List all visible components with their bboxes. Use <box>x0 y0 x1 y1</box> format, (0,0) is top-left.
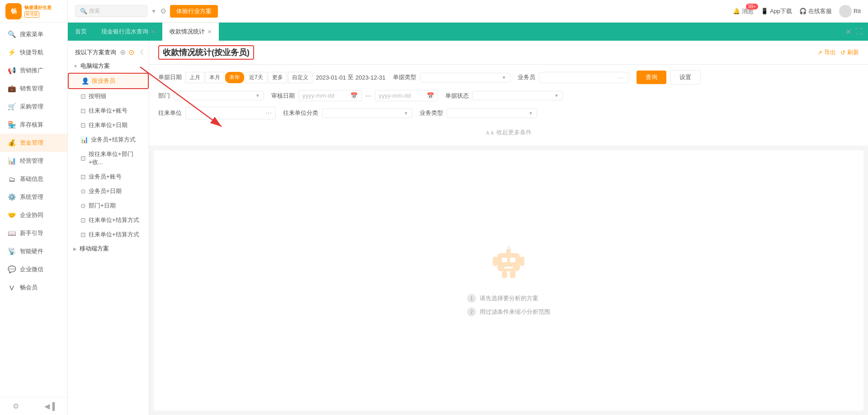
svg-rect-3 <box>504 267 513 269</box>
sidebar-item-corp[interactable]: 🤝 企业协同 <box>0 206 67 224</box>
sidebar-item-quick[interactable]: ⚡ 快捷导航 <box>0 43 67 61</box>
voucher-status-select[interactable]: ▼ <box>472 91 563 100</box>
audit-date-start[interactable]: yyyy-mm-dd 📅 <box>298 90 362 101</box>
sidebar-item-inventory[interactable]: 🏪 库存核算 <box>0 116 67 134</box>
guide-icon: 📖 <box>7 229 16 238</box>
supplier_settle2-icon: ⊡ <box>80 231 86 238</box>
window-close-btn[interactable]: ✕ <box>844 28 852 35</box>
collapse-panel-icon[interactable]: 《 <box>137 48 143 57</box>
tree-item-supplier_dept[interactable]: ⊡按往来单位+部门+收... <box>68 147 149 170</box>
tab-label-bank: 现金银行流水查询 <box>101 28 148 36</box>
date-end: 2023-12-31 <box>355 74 386 81</box>
tab-bank[interactable]: 现金银行流水查询✕ <box>94 23 162 41</box>
supplier_settle1-icon: ⊡ <box>80 217 86 224</box>
online-service-button[interactable]: 🎧 在线客服 <box>799 7 832 15</box>
partner-category-arrow: ▼ <box>404 111 408 116</box>
date-tab-last7[interactable]: 近7天 <box>245 72 267 83</box>
voucher-type-select[interactable]: ▼ <box>420 73 510 82</box>
date-tab-custom[interactable]: 自定义 <box>288 72 312 83</box>
salesperson-dots[interactable]: ··· <box>618 74 623 81</box>
tree-item-supplier_account[interactable]: ⊡往来单位+账号 <box>68 104 149 118</box>
sidebar-label-guide: 新手引导 <box>20 229 43 237</box>
window-max-btn[interactable]: ⛶ <box>855 28 863 35</box>
partner-select[interactable]: ··· <box>185 107 276 119</box>
app-download-button[interactable]: 📱 App下载 <box>761 7 792 15</box>
sidebar-item-finance[interactable]: 💰 资金管理 <box>0 134 67 152</box>
collapse-bar[interactable]: ∧∧ 收起更多条件 <box>158 125 859 140</box>
audit-cal-start-icon[interactable]: 📅 <box>350 92 358 99</box>
voucher-status-filter: 单据状态 ▼ <box>445 91 563 100</box>
partner-category-label: 往来单位分类 <box>283 109 318 117</box>
tree-item-salesperson_date[interactable]: ⊙业务员+日期 <box>68 184 149 198</box>
tree-item-label-supplier_settle2: 往来单位+结算方式 <box>89 231 139 239</box>
sidebar-item-member[interactable]: V 畅会员 <box>0 278 67 297</box>
empty-step-2: 2 用过滤条件来缩小分析范围 <box>467 307 550 316</box>
tree-item-supplier_settle2[interactable]: ⊡往来单位+结算方式 <box>68 227 149 242</box>
phone-icon: 📱 <box>761 8 768 14</box>
dept-select[interactable]: ▼ <box>174 91 264 100</box>
voucher-status-arrow: ▼ <box>554 93 559 98</box>
sidebar: 畅 畅捷通好生意 标准版 🔍 搜索菜单⚡ 快捷导航📢 营销推广💼 销售管理🛒 采… <box>0 0 68 415</box>
biz-type-filter: 业务类型 ▼ <box>420 108 537 118</box>
export-button[interactable]: ↗ 导出 <box>817 48 836 57</box>
trial-button[interactable]: 体验行业方案 <box>170 5 218 18</box>
tree-item-salesperson_account[interactable]: ⊡业务员+账号 <box>68 170 149 184</box>
salesperson-select[interactable]: ··· <box>539 72 629 83</box>
tree-item-salesperson_settle[interactable]: 📊业务员+结算方式 <box>68 132 149 147</box>
tree-item-label-dept_date: 部门+日期 <box>89 202 116 210</box>
topbar-search-box[interactable]: 🔍 搜索 <box>75 5 147 17</box>
mobile-section-header[interactable]: ▶ 移动端方案 <box>68 242 149 255</box>
tab-close-receipt[interactable]: ✕ <box>208 29 212 35</box>
audit-cal-end-icon[interactable]: 📅 <box>427 92 434 99</box>
sidebar-label-sales: 销售管理 <box>20 85 43 93</box>
sidebar-item-purchase[interactable]: 🛒 采购管理 <box>0 98 67 116</box>
tree-item-by_salesperson[interactable]: 👤按业务员 <box>68 73 149 89</box>
sidebar-menu: 🔍 搜索菜单⚡ 快捷导航📢 营销推广💼 销售管理🛒 采购管理🏪 库存核算💰 资金… <box>0 23 67 397</box>
sidebar-item-iot[interactable]: 📡 智能硬件 <box>0 242 67 260</box>
date-tab-this_month[interactable]: 本月 <box>205 72 224 83</box>
add-scheme-icon[interactable]: ⊕ <box>120 48 126 57</box>
pc-section-header[interactable]: ▼ 电脑端方案 <box>68 59 149 73</box>
sidebar-item-business[interactable]: 📊 经营管理 <box>0 152 67 170</box>
inventory-icon: 🏪 <box>7 120 16 129</box>
tab-receipt[interactable]: 收款情况统计✕ <box>162 23 219 41</box>
tree-item-supplier_settle1[interactable]: ⊡往来单位+结算方式 <box>68 213 149 227</box>
tab-close-bank[interactable]: ✕ <box>151 29 155 35</box>
notification-button[interactable]: 🔔 消息 99+ <box>733 7 754 15</box>
query-button[interactable]: 查询 <box>637 71 666 84</box>
sidebar-item-guide[interactable]: 📖 新手引导 <box>0 224 67 242</box>
biz-type-select[interactable]: ▼ <box>447 108 537 118</box>
tree-item-supplier_date[interactable]: ⊡往来单位+日期 <box>68 118 149 132</box>
page-actions: ↗ 导出 ↺ 刷新 <box>817 48 859 57</box>
user-area[interactable]: Rit <box>839 5 861 18</box>
tree-item-by_detail[interactable]: ⊡按明细 <box>68 89 149 104</box>
tree-item-dept_date[interactable]: ⊙部门+日期 <box>68 198 149 213</box>
pc-section-label: 电脑端方案 <box>80 62 110 70</box>
svg-rect-6 <box>493 257 497 266</box>
sidebar-item-wechat[interactable]: 💬 企业微信 <box>0 260 67 278</box>
sidebar-item-marketing[interactable]: 📢 营销推广 <box>0 61 67 80</box>
refresh-button[interactable]: ↺ 刷新 <box>840 48 859 57</box>
sidebar-item-search[interactable]: 🔍 搜索菜单 <box>0 25 67 43</box>
tab-home[interactable]: 首页 <box>68 23 94 41</box>
partner-dots-icon[interactable]: ··· <box>266 109 272 117</box>
sidebar-item-system[interactable]: ⚙️ 系统管理 <box>0 188 67 206</box>
sidebar-item-basic[interactable]: 🗂 基础信息 <box>0 170 67 188</box>
topbar: 🔍 搜索 ▼ ⚙ 体验行业方案 🔔 消息 99+ 📱 App下载 🎧 在线客服 <box>68 0 868 23</box>
sidebar-label-business: 经营管理 <box>20 157 43 165</box>
date-tab-this_year[interactable]: 本年 <box>225 72 244 83</box>
topbar-dropdown-arrow[interactable]: ▼ <box>151 8 156 14</box>
date-tab-last_month[interactable]: 上月 <box>185 72 204 83</box>
audit-date-end[interactable]: yyyy-mm-dd 📅 <box>375 90 438 101</box>
tree-item-label-by_detail: 按明细 <box>89 92 106 100</box>
settings-button[interactable]: 设置 <box>670 70 701 85</box>
sidebar-item-sales[interactable]: 💼 销售管理 <box>0 80 67 98</box>
sidebar-settings-icon[interactable]: ⚙ <box>13 402 19 410</box>
date-tab-more[interactable]: 更多 <box>268 72 287 83</box>
settings-scheme-icon[interactable]: ⊙ <box>128 48 134 57</box>
sidebar-collapse-icon[interactable]: ◀▐ <box>44 402 55 410</box>
partner-category-select[interactable]: ▼ <box>322 108 412 118</box>
window-buttons: ✕ ⛶ <box>839 28 868 35</box>
refresh-icon: ↺ <box>840 49 845 56</box>
topbar-gear-icon[interactable]: ⚙ <box>160 7 166 15</box>
